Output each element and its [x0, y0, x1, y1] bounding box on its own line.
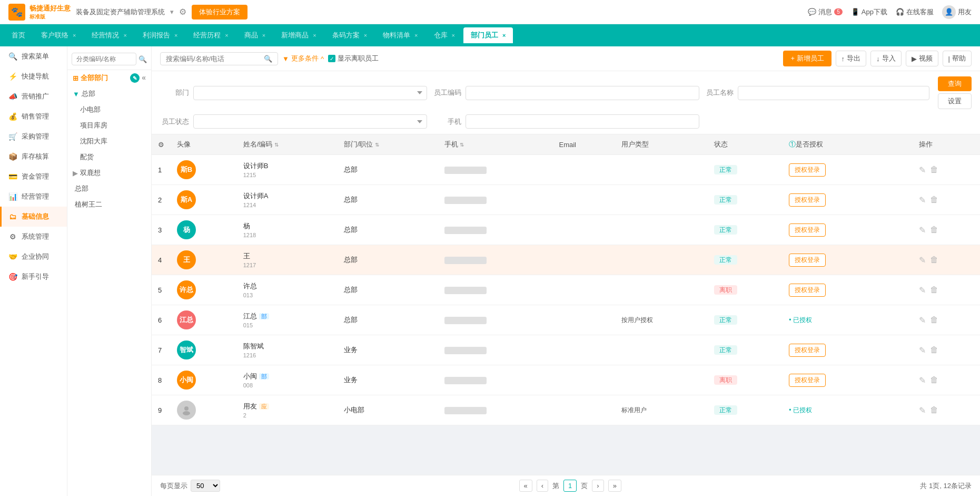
filter-dept-select[interactable] [193, 86, 427, 100]
user-btn[interactable]: 👤 用友 [942, 5, 972, 19]
dept-group-header-zongbu2[interactable]: 总部 [67, 181, 151, 197]
all-dept-header[interactable]: ⊞ 全部部门 ✎ « [67, 70, 151, 86]
tab-home[interactable]: 首页 [4, 27, 33, 43]
dept-collapse-icon[interactable]: « [142, 73, 146, 83]
dept-item-peihuo[interactable]: 配货 [67, 149, 151, 165]
filter-empcode-input[interactable] [466, 86, 699, 100]
auth-login-btn[interactable]: 授权登录 [789, 193, 826, 207]
dept-group-header-shuanglu[interactable]: ▶ 双鹿想 [67, 165, 151, 181]
tab-barcode[interactable]: 条码方案 × [325, 27, 374, 43]
search-submit-icon[interactable]: 🔍 [264, 55, 272, 63]
filter-btn[interactable]: ▼ 更多条件 ^ [282, 54, 324, 63]
dept-search-input[interactable] [72, 53, 136, 65]
sidebar-item-search[interactable]: 🔍搜索菜单 [0, 46, 67, 66]
col-phone[interactable]: 手机 ⇅ [438, 134, 553, 155]
auth-login-btn[interactable]: 授权登录 [789, 344, 826, 357]
delete-icon[interactable]: 🗑 [930, 165, 938, 174]
auth-login-btn[interactable]: 授权登录 [789, 284, 826, 297]
message-btn[interactable]: 💬 消息 5 [808, 7, 843, 17]
close-icon[interactable]: × [262, 32, 265, 38]
close-icon[interactable]: × [225, 32, 228, 38]
dept-search-icon[interactable]: 🔍 [138, 55, 147, 63]
sidebar-item-collab[interactable]: 🤝企业协同 [0, 247, 67, 267]
show-resigned-toggle[interactable]: ✓ 显示离职员工 [328, 54, 379, 63]
filter-phone-input[interactable] [466, 114, 699, 129]
edit-icon[interactable]: ✎ [919, 195, 926, 205]
sidebar-item-sales[interactable]: 💰销售管理 [0, 106, 67, 127]
filter-settings-btn[interactable]: 设置 [938, 93, 972, 109]
delete-icon[interactable]: 🗑 [930, 285, 938, 295]
edit-icon[interactable]: ✎ [919, 165, 926, 175]
edit-icon[interactable]: ✎ [919, 285, 926, 295]
sidebar-item-system[interactable]: ⚙系统管理 [0, 227, 67, 247]
prev-page-btn[interactable]: ‹ [537, 480, 548, 492]
table-settings-icon[interactable]: ⚙ [158, 141, 164, 149]
sidebar-item-marketing[interactable]: 📣营销推广 [0, 86, 67, 106]
tab-customer[interactable]: 客户联络 × [34, 27, 83, 43]
edit-icon[interactable]: ✎ [919, 345, 926, 355]
settings-icon[interactable]: ⚙ [179, 7, 186, 17]
delete-icon[interactable]: 🗑 [930, 375, 938, 385]
close-icon[interactable]: × [414, 32, 418, 38]
sidebar-item-inventory[interactable]: 📦库存核算 [0, 147, 67, 167]
delete-icon[interactable]: 🗑 [930, 345, 938, 355]
close-icon[interactable]: × [364, 32, 367, 38]
dept-item-xiangmu[interactable]: 项目库房 [67, 118, 151, 133]
col-name[interactable]: 姓名/编码 ⇅ [237, 134, 338, 155]
dept-item-xiaodianbu[interactable]: 小电部 [67, 102, 151, 118]
delete-icon[interactable]: 🗑 [930, 405, 938, 415]
last-page-btn[interactable]: » [608, 480, 621, 492]
delete-icon[interactable]: 🗑 [930, 255, 938, 265]
edit-icon[interactable]: ✎ [919, 315, 926, 325]
next-page-btn[interactable]: › [592, 480, 603, 492]
tab-profit[interactable]: 利润报告 × [135, 27, 185, 43]
tab-business[interactable]: 经营情况 × [84, 27, 134, 43]
dept-group-header-zhishu[interactable]: 植树王二 [67, 197, 151, 212]
auth-login-btn[interactable]: 授权登录 [789, 374, 826, 387]
dept-group-header-zongbu[interactable]: ▼ 总部 [67, 86, 151, 102]
edit-icon[interactable]: ✎ [919, 255, 926, 265]
tab-process[interactable]: 经营历程 × [186, 27, 235, 43]
delete-icon[interactable]: 🗑 [930, 225, 938, 235]
tab-goods[interactable]: 商品 × [237, 27, 273, 43]
export-btn[interactable]: ↑ 导出 [836, 51, 867, 66]
sidebar-item-business[interactable]: 📊经营管理 [0, 187, 67, 207]
per-page-select[interactable]: 50 100 [191, 480, 220, 492]
app-download-btn[interactable]: 📱 App下载 [851, 7, 887, 17]
view-btn[interactable]: ▶ 视频 [906, 51, 938, 66]
tab-bom[interactable]: 物料清单 × [375, 27, 425, 43]
dropdown-arrow-icon[interactable]: ▾ [170, 8, 174, 16]
search-btn[interactable]: 查询 [938, 76, 972, 91]
search-input[interactable] [166, 55, 261, 63]
dept-item-shenyang[interactable]: 沈阳大库 [67, 133, 151, 149]
close-icon[interactable]: × [452, 32, 455, 38]
auth-login-btn[interactable]: 授权登录 [789, 163, 826, 177]
import-btn[interactable]: ↓ 导入 [870, 51, 902, 66]
sidebar-item-purchase[interactable]: 🛒采购管理 [0, 127, 67, 147]
delete-icon[interactable]: 🗑 [930, 195, 938, 205]
edit-icon[interactable]: ✎ [919, 375, 926, 385]
sidebar-item-quicknav[interactable]: ⚡快捷导航 [0, 66, 67, 86]
tab-warehouse[interactable]: 仓库 × [427, 27, 462, 43]
auth-login-btn[interactable]: 授权登录 [789, 223, 826, 237]
sidebar-item-guide[interactable]: 🎯新手引导 [0, 267, 67, 287]
add-employee-btn[interactable]: + 新增员工 [783, 51, 831, 66]
help-btn[interactable]: | 帮助 [943, 51, 972, 66]
online-service-btn[interactable]: 🎧 在线客服 [896, 7, 934, 17]
first-page-btn[interactable]: « [519, 480, 532, 492]
close-icon[interactable]: × [73, 32, 76, 38]
close-icon[interactable]: × [502, 32, 506, 38]
edit-icon[interactable]: ✎ [919, 405, 926, 415]
sidebar-item-finance[interactable]: 💳资金管理 [0, 167, 67, 187]
close-icon[interactable]: × [174, 32, 177, 38]
dept-edit-icon[interactable]: ✎ [130, 73, 140, 83]
col-dept[interactable]: 部门/职位 ⇅ [338, 134, 438, 155]
filter-empname-input[interactable] [738, 86, 929, 100]
col-settings[interactable]: ⚙ [152, 134, 171, 155]
delete-icon[interactable]: 🗑 [930, 315, 938, 325]
auth-login-btn[interactable]: 授权登录 [789, 254, 826, 267]
close-icon[interactable]: × [313, 32, 316, 38]
close-icon[interactable]: × [123, 32, 126, 38]
edit-icon[interactable]: ✎ [919, 225, 926, 235]
tab-add-goods[interactable]: 新增商品 × [274, 27, 323, 43]
